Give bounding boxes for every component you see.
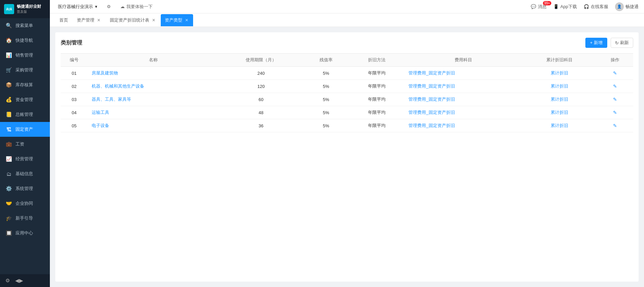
cell-action-0[interactable]: ✎	[597, 67, 633, 80]
download-label: App下载	[560, 4, 577, 10]
col-header-7: 操作	[597, 54, 633, 67]
sidebar-item-资金管理[interactable]: 💰 资金管理	[0, 92, 50, 107]
sidebar-item-企业协同[interactable]: 🤝 企业协同	[0, 196, 50, 211]
sidebar-label-4: 库存核算	[16, 82, 33, 88]
cell-method-2: 年限平均	[349, 93, 405, 106]
tab-3[interactable]: 资产类型✕	[161, 14, 193, 26]
sidebar-item-总账管理[interactable]: 📒 总账管理	[0, 107, 50, 122]
edit-icon-3[interactable]: ✎	[613, 110, 617, 115]
cell-code-0: 01	[61, 67, 88, 80]
cell-residual-4: 5%	[303, 119, 349, 132]
topbar-right: 💬 消息 99+ 📱 App下载 🎧 在线客服 👤 畅捷通	[531, 2, 639, 11]
sidebar-item-搜索菜单[interactable]: 🔍 搜索菜单	[0, 18, 50, 33]
page-header: 类别管理 + 新增 ↻ 刷新	[61, 38, 633, 48]
tab-close-2[interactable]: ✕	[151, 17, 156, 23]
sidebar-item-基础信息[interactable]: 🗂 基础信息	[0, 166, 50, 181]
tab-1[interactable]: 资产管理✕	[73, 14, 105, 26]
sidebar-item-固定资产[interactable]: 🏗 固定资产	[0, 122, 50, 137]
sidebar-item-快捷导航[interactable]: 🏠 快捷导航	[0, 33, 50, 48]
cell-method-0: 年限平均	[349, 67, 405, 80]
cell-action-1[interactable]: ✎	[597, 80, 633, 93]
sidebar-icon-12: 🤝	[5, 200, 12, 207]
sidebar-item-新手引导[interactable]: 🎓 新手引导	[0, 211, 50, 226]
edit-icon-0[interactable]: ✎	[613, 70, 617, 76]
collapse-icon[interactable]: ◀▶	[15, 278, 23, 284]
cell-residual-1: 5%	[303, 80, 349, 93]
try-experience-button[interactable]: ☁ 我要体验一下	[118, 2, 155, 11]
sidebar-footer: ⚙ ◀▶	[0, 274, 50, 287]
table-header: 编号名称使用期限（月）残值率折旧方法费用科目累计折旧科目操作	[61, 54, 633, 67]
message-button[interactable]: 💬 消息 99+	[531, 4, 547, 10]
cell-period-4: 36	[219, 119, 303, 132]
sidebar-label-9: 经营管理	[16, 156, 33, 162]
cloud-icon: ☁	[120, 4, 125, 9]
sidebar-label-13: 新手引导	[16, 215, 33, 221]
new-button[interactable]: + 新增	[585, 38, 607, 48]
sidebar-item-系统管理[interactable]: ⚙️ 系统管理	[0, 181, 50, 196]
col-header-5: 费用科目	[404, 54, 522, 67]
sidebar-icon-14: 🔲	[5, 230, 12, 236]
tab-0[interactable]: 首页	[55, 14, 72, 26]
app-name: 畅捷通好业财	[17, 4, 41, 9]
sidebar-logo: AtA 畅捷通好业财 普及版	[0, 0, 50, 18]
dropdown-icon: ▾	[95, 4, 97, 9]
avatar: 👤	[615, 2, 624, 11]
sidebar-item-经营管理[interactable]: 📈 经营管理	[0, 152, 50, 166]
sidebar-item-工资[interactable]: 💼 工资	[0, 137, 50, 152]
table-row: 04 运输工具 48 5% 年限平均 管理费用_固定资产折旧 累计折旧 ✎	[61, 106, 633, 119]
sidebar-item-库存核算[interactable]: 📦 库存核算	[0, 77, 50, 92]
sidebar-icon-11: ⚙️	[5, 185, 12, 192]
cell-code-1: 02	[61, 80, 88, 93]
cell-name-1[interactable]: 机器、机械和其他生产设备	[88, 80, 219, 93]
cell-name-2[interactable]: 器具、工具、家具等	[88, 93, 219, 106]
tab-close-1[interactable]: ✕	[96, 17, 101, 23]
headset-icon: 🎧	[584, 4, 589, 9]
cell-method-1: 年限平均	[349, 80, 405, 93]
cell-action-2[interactable]: ✎	[597, 93, 633, 106]
tab-label-3: 资产类型	[165, 17, 182, 23]
logo-text-block: 畅捷通好业财 普及版	[17, 4, 41, 14]
message-icon: 💬	[531, 4, 536, 9]
company-selector[interactable]: 医疗器械行业演示 ▾	[55, 2, 100, 11]
cell-residual-2: 5%	[303, 93, 349, 106]
settings-gear-button[interactable]: ⚙	[104, 2, 114, 11]
user-avatar-button[interactable]: 👤 畅捷通	[615, 2, 639, 11]
category-table: 编号名称使用期限（月）残值率折旧方法费用科目累计折旧科目操作 01 房屋及建筑物…	[61, 53, 633, 132]
sidebar-label-0: 搜索菜单	[16, 23, 33, 29]
customer-service-button[interactable]: 🎧 在线客服	[584, 4, 608, 10]
edit-icon-2[interactable]: ✎	[613, 97, 617, 102]
cell-accum-3: 累计折旧	[522, 106, 597, 119]
cell-action-3[interactable]: ✎	[597, 106, 633, 119]
tab-close-3[interactable]: ✕	[184, 17, 189, 23]
user-name: 畅捷通	[625, 4, 639, 10]
cell-name-3[interactable]: 运输工具	[88, 106, 219, 119]
sidebar-item-采购管理[interactable]: 🛒 采购管理	[0, 63, 50, 77]
cell-accum-4: 累计折旧	[522, 119, 597, 132]
sidebar-icon-2: 📊	[5, 52, 12, 59]
download-button[interactable]: 📱 App下载	[553, 4, 577, 10]
sidebar-icon-8: 💼	[5, 141, 12, 148]
refresh-button[interactable]: ↻ 刷新	[611, 38, 633, 48]
table-row: 01 房屋及建筑物 240 5% 年限平均 管理费用_固定资产折旧 累计折旧 ✎	[61, 67, 633, 80]
sidebar-item-应用中心[interactable]: 🔲 应用中心	[0, 226, 50, 241]
header-row: 编号名称使用期限（月）残值率折旧方法费用科目累计折旧科目操作	[61, 54, 633, 67]
edit-icon-1[interactable]: ✎	[613, 84, 617, 89]
table-body: 01 房屋及建筑物 240 5% 年限平均 管理费用_固定资产折旧 累计折旧 ✎…	[61, 67, 633, 132]
message-badge: 99+	[543, 1, 551, 5]
cell-action-4[interactable]: ✎	[597, 119, 633, 132]
cell-code-3: 04	[61, 106, 88, 119]
cell-residual-3: 5%	[303, 106, 349, 119]
customer-label: 在线客服	[591, 4, 608, 10]
edit-icon-4[interactable]: ✎	[613, 123, 617, 128]
cell-name-0[interactable]: 房屋及建筑物	[88, 67, 219, 80]
sidebar-label-2: 销售管理	[16, 52, 33, 58]
sidebar-label-7: 固定资产	[16, 126, 33, 132]
cell-name-4[interactable]: 电子设备	[88, 119, 219, 132]
settings-icon[interactable]: ⚙	[5, 278, 10, 284]
phone-icon: 📱	[553, 4, 559, 9]
sidebar-item-销售管理[interactable]: 📊 销售管理	[0, 48, 50, 63]
cell-period-0: 240	[219, 67, 303, 80]
sidebar: AtA 畅捷通好业财 普及版 🔍 搜索菜单 🏠 快捷导航 📊 销售管理 🛒 采购…	[0, 0, 50, 287]
tab-2[interactable]: 固定资产折旧统计表✕	[106, 14, 160, 26]
sidebar-icon-9: 📈	[5, 156, 12, 162]
